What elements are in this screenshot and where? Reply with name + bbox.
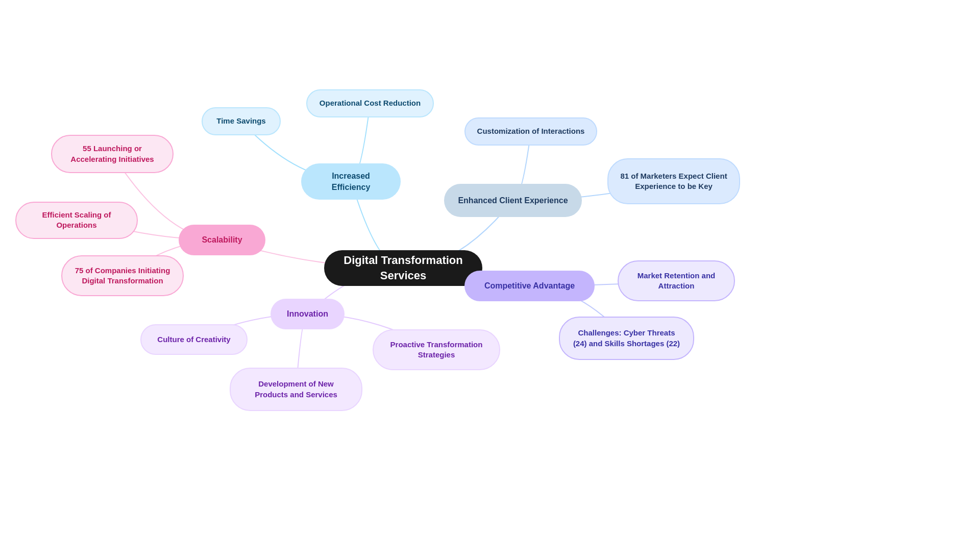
node-cl2: 81 of Marketers Expect Client Experience… [607, 158, 740, 204]
node-ef1: Time Savings [202, 107, 281, 135]
node-sc2: Efficient Scaling of Operations [15, 202, 138, 239]
node-co1: Market Retention and Attraction [618, 260, 735, 301]
node-center: Digital Transformation Services [324, 250, 482, 286]
node-sc1: 55 Launching or Accelerating Initiatives [51, 135, 174, 173]
node-efficiency: Increased Efficiency [301, 163, 401, 200]
node-cl1: Customization of Interactions [464, 117, 597, 146]
node-competitive: Competitive Advantage [464, 271, 595, 301]
node-co2: Challenges: Cyber Threats (24) and Skill… [559, 317, 694, 360]
node-ef2: Operational Cost Reduction [306, 89, 434, 117]
node-scalability: Scalability [179, 225, 265, 255]
node-sc3: 75 of Companies Initiating Digital Trans… [61, 255, 184, 296]
node-in2: Development of New Products and Services [230, 368, 362, 411]
mind-map: Digital Transformation ServicesScalabili… [0, 0, 980, 553]
node-innovation: Innovation [271, 299, 345, 329]
node-client: Enhanced Client Experience [444, 184, 582, 217]
node-in3: Proactive Transformation Strategies [373, 329, 500, 370]
node-in1: Culture of Creativity [140, 324, 248, 355]
